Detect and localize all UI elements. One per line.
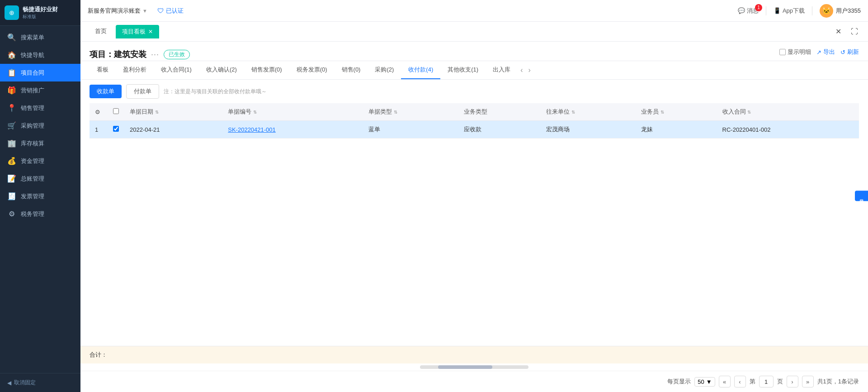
project-more-icon[interactable]: ··· (151, 50, 159, 59)
tab-close-icon[interactable]: ✕ (148, 29, 153, 35)
feedback-button[interactable]: 意见 反馈 (855, 191, 868, 201)
table-row[interactable]: 1 2022-04-21 SK-20220421-001 蓝单 应收款 宏茂商场… (90, 121, 859, 139)
sidebar-item-search[interactable]: 🔍 搜索菜单 (0, 29, 80, 46)
unpin-icon: ◀ (7, 380, 11, 386)
ledger-icon: 📝 (7, 174, 16, 183)
sidebar-unpin[interactable]: ◀ 取消固定 (0, 373, 80, 392)
refresh-icon: ↺ (840, 49, 845, 56)
sidebar-item-label-marketing: 营销推广 (21, 86, 44, 95)
th-date[interactable]: 单据日期 ⇅ (124, 103, 222, 121)
toolbar: 收款单 付款单 注：这里是与项目关联的全部收付款单哦～ (80, 80, 868, 103)
payment-button[interactable]: 付款单 (126, 84, 159, 99)
sidebar-item-inventory[interactable]: 🏢 库存核算 (0, 134, 80, 152)
sidebar-item-sales[interactable]: 📍 销售管理 (0, 99, 80, 117)
th-type[interactable]: 单据类型 ⇅ (363, 103, 458, 121)
sidebar-item-quicknav[interactable]: 🏠 快捷导航 (0, 46, 80, 64)
page-number-input[interactable] (759, 376, 774, 387)
cell-checkbox[interactable] (108, 121, 124, 139)
sidebar-item-invoice[interactable]: 🧾 发票管理 (0, 187, 80, 205)
cell-number: SK-20220421-001 (222, 121, 363, 139)
shield-icon: 🛡 (157, 7, 164, 14)
sidebar-item-label-funds: 资金管理 (21, 157, 44, 165)
sidebar-item-label-search: 搜索菜单 (21, 33, 44, 42)
receive-button[interactable]: 收款单 (90, 85, 122, 98)
sidebar-scroll: 🔍 搜索菜单 🏠 快捷导航 📋 项目合同 🎁 营销推广 📍 销售管理 🛒 采购管… (0, 26, 80, 373)
sub-nav-profit[interactable]: 盈利分析 (116, 61, 154, 79)
sub-nav-sales[interactable]: 销售(0) (335, 61, 368, 79)
sidebar-item-funds[interactable]: 💰 资金管理 (0, 152, 80, 170)
sidebar-item-project[interactable]: 📋 项目合同 (0, 64, 80, 81)
avatar: 🐱 (820, 4, 833, 18)
sidebar-item-marketing[interactable]: 🎁 营销推广 (0, 81, 80, 99)
export-icon: ↗ (816, 49, 821, 56)
cell-num: 1 (90, 121, 108, 139)
home-icon: 🏠 (7, 51, 16, 59)
doc-number-link[interactable]: SK-20220421-001 (228, 126, 276, 133)
sort-icon-number: ⇅ (253, 110, 257, 115)
sub-nav-prev-icon[interactable]: ‹ (518, 62, 525, 78)
warehouse-icon: 🏢 (7, 139, 16, 148)
cell-income-contract: RC-20220401-002 (717, 121, 859, 139)
refresh-label: 刷新 (847, 48, 859, 56)
project-header: 项目：建筑安装 ··· 已生效 显示明细 ↗ 导出 ↺ 刷新 (80, 42, 868, 61)
show-detail-label: 显示明细 (788, 48, 811, 56)
scrollbar-thumb[interactable] (438, 365, 492, 369)
money-icon: 💰 (7, 157, 16, 165)
app-edition: 标准版 (23, 14, 58, 20)
sidebar-item-purchase[interactable]: 🛒 采购管理 (0, 117, 80, 134)
demo-account[interactable]: 新服务官网演示账套 ▼ (88, 7, 147, 15)
divider2 (812, 6, 812, 15)
next-page-icon: › (791, 378, 793, 385)
divider (766, 6, 766, 15)
sidebar-item-tax[interactable]: ⚙ 税务管理 (0, 205, 80, 223)
tab-home[interactable]: 首页 (88, 24, 114, 40)
per-page-value: 50 (698, 378, 704, 385)
sub-nav-tax-invoice[interactable]: 税务发票(0) (289, 61, 335, 79)
phone-icon: 📱 (774, 7, 781, 14)
sub-nav-income-confirm[interactable]: 收入确认(2) (199, 61, 244, 79)
prev-page-button[interactable]: ‹ (734, 376, 746, 387)
settings-icon: ⚙ (95, 109, 100, 115)
horizontal-scrollbar[interactable] (420, 365, 528, 369)
sub-nav-income-contract[interactable]: 收入合同(1) (154, 61, 199, 79)
user-menu[interactable]: 🐱 用户3355 (820, 4, 861, 18)
next-page-button[interactable]: › (787, 376, 798, 387)
select-all-checkbox[interactable] (113, 108, 119, 114)
app-title-block: 畅捷通好业财 标准版 (23, 5, 58, 20)
first-page-button[interactable]: « (719, 376, 731, 387)
app-download-button[interactable]: 📱 App下载 (774, 7, 805, 15)
th-income-contract[interactable]: 收入合同 ⇅ (717, 103, 859, 121)
sidebar-item-label-quicknav: 快捷导航 (21, 51, 44, 59)
sub-nav-purchase[interactable]: 采购(2) (368, 61, 401, 79)
export-button[interactable]: ↗ 导出 (816, 48, 835, 56)
close-window-button[interactable]: ✕ (832, 25, 844, 38)
th-number[interactable]: 单据编号 ⇅ (222, 103, 363, 121)
sub-nav-sales-invoice[interactable]: 销售发票(0) (244, 61, 289, 79)
th-partner[interactable]: 往来单位 ⇅ (541, 103, 636, 121)
show-detail-toggle[interactable]: 显示明细 (779, 48, 811, 56)
certified-badge: 🛡 已认证 (157, 7, 184, 15)
invoice-icon: 🧾 (7, 192, 16, 201)
top-bar-right: 💬 消息 1 📱 App下载 🐱 用户3355 (738, 4, 861, 18)
maximize-button[interactable]: ⛶ (848, 25, 861, 38)
sub-nav-inout[interactable]: 出入库 (486, 61, 518, 79)
sub-nav-payment[interactable]: 收付款(4) (401, 61, 440, 79)
cart-icon: 🛒 (7, 121, 16, 130)
messages-button[interactable]: 💬 消息 1 (738, 7, 759, 15)
tab-project-board[interactable]: 项目看板 ✕ (116, 25, 159, 38)
th-checkbox[interactable] (108, 103, 124, 121)
th-settings[interactable]: ⚙ (90, 103, 108, 121)
sub-nav-board[interactable]: 看板 (90, 61, 116, 79)
show-detail-checkbox[interactable] (779, 49, 786, 55)
refresh-button[interactable]: ↺ 刷新 (840, 48, 859, 56)
sidebar-item-ledger[interactable]: 📝 总账管理 (0, 170, 80, 187)
per-page-select[interactable]: 50 ▼ (694, 377, 715, 387)
row-checkbox[interactable] (113, 126, 119, 132)
sub-nav-next-icon[interactable]: › (525, 62, 533, 78)
th-salesperson[interactable]: 业务员 ⇅ (636, 103, 717, 121)
project-icon: 📋 (7, 68, 16, 77)
sub-nav-other-expense[interactable]: 其他收支(1) (440, 61, 486, 79)
top-bar-left: 新服务官网演示账套 ▼ 🛡 已认证 (88, 7, 732, 15)
summary-label: 合计： (90, 351, 107, 359)
last-page-button[interactable]: » (802, 376, 814, 387)
